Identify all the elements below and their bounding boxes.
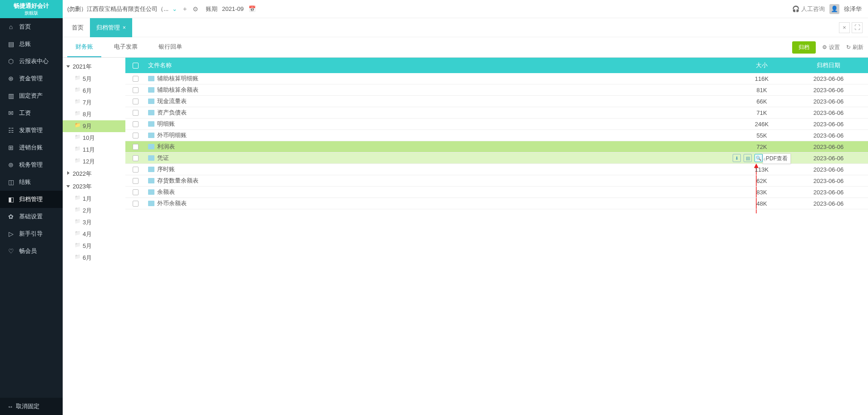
fullscreen-icon[interactable]: ⛶: [852, 22, 863, 33]
sidebar-item-1[interactable]: ▤总账: [0, 35, 63, 53]
tree-month[interactable]: 2月: [63, 205, 125, 217]
sidebar-icon: ◧: [7, 196, 15, 203]
tree-month[interactable]: 6月: [63, 252, 125, 264]
tree-month[interactable]: 7月: [63, 97, 125, 109]
file-name: 辅助核算余额表: [157, 86, 198, 94]
sidebar-item-10[interactable]: ◧归档管理: [0, 191, 63, 208]
file-size: 71K: [734, 109, 789, 116]
gear-icon[interactable]: ⚙: [193, 5, 198, 13]
sidebar-item-13[interactable]: ♡畅会员: [0, 242, 63, 260]
file-date: 2023-06-06: [789, 200, 868, 207]
archive-button[interactable]: 归档: [792, 41, 816, 54]
settings-link[interactable]: ⚙ 设置: [822, 44, 840, 51]
tree-month[interactable]: 1月: [63, 193, 125, 205]
table-row[interactable]: 外币明细账55K2023-06-06: [125, 130, 868, 141]
tree-year[interactable]: 2021年: [63, 60, 125, 73]
sidebar-item-7[interactable]: ⊞进销台账: [0, 139, 63, 156]
file-date: 2023-06-06: [789, 109, 868, 116]
sidebar-item-4[interactable]: ▥固定资产: [0, 87, 63, 104]
sidebar-icon: ▤: [7, 40, 15, 48]
table-row[interactable]: 明细账246K2023-06-06: [125, 119, 868, 130]
sidebar-item-11[interactable]: ✿基础设置: [0, 208, 63, 225]
sidebar-item-6[interactable]: ☷发票管理: [0, 122, 63, 139]
row-checkbox[interactable]: [133, 76, 139, 82]
row-checkbox[interactable]: [133, 201, 139, 207]
row-checkbox[interactable]: [133, 167, 139, 173]
tab-home[interactable]: 首页: [65, 18, 90, 37]
download-icon[interactable]: ⬇: [733, 154, 741, 162]
row-checkbox[interactable]: [133, 121, 139, 127]
header-right: 🎧 人工咨询 👤 徐泽华: [786, 4, 868, 14]
plus-icon[interactable]: ＋: [182, 5, 188, 13]
sidebar-label: 发票管理: [19, 126, 43, 134]
file-name: 余额表: [157, 188, 175, 196]
calendar-icon[interactable]: 📅: [248, 5, 256, 12]
tree-month[interactable]: 9月: [63, 120, 125, 132]
subtab-1[interactable]: 电子发票: [106, 37, 146, 57]
select-all-checkbox[interactable]: [133, 63, 139, 69]
consult-link[interactable]: 🎧 人工咨询: [792, 5, 825, 13]
tree-month[interactable]: 12月: [63, 156, 125, 168]
pdf-icon[interactable]: ▤: [744, 154, 752, 162]
file-name: 现金流量表: [157, 97, 187, 105]
file-size: 62K: [734, 178, 789, 184]
row-checkbox[interactable]: [133, 110, 139, 116]
tree-year[interactable]: 2022年: [63, 168, 125, 180]
tree-month[interactable]: 10月: [63, 132, 125, 144]
sidebar-item-8[interactable]: ⊚税务管理: [0, 156, 63, 173]
row-checkbox[interactable]: [133, 144, 139, 150]
sidebar-icon: ▷: [7, 230, 15, 237]
refresh-link[interactable]: ↻ 刷新: [846, 44, 863, 51]
file-date: 2023-06-06: [789, 87, 868, 94]
avatar-icon[interactable]: 👤: [829, 4, 839, 14]
subtab-0[interactable]: 财务账: [67, 37, 101, 57]
row-checkbox[interactable]: [133, 99, 139, 104]
content: 首页 归档管理 × × ⛶ 财务账电子发票银行回单 归档 ⚙ 设置 ↻ 刷新 2…: [63, 18, 868, 415]
close-icon[interactable]: ×: [123, 25, 126, 31]
sidebar-item-5[interactable]: ✉工资: [0, 104, 63, 122]
tree-month[interactable]: 8月: [63, 109, 125, 120]
file-size: 83K: [734, 189, 789, 196]
sidebar-item-2[interactable]: ⬡云报表中心: [0, 53, 63, 70]
tree-month[interactable]: 6月: [63, 85, 125, 97]
sidebar-item-9[interactable]: ◫结账: [0, 173, 63, 191]
folder-icon: [148, 99, 154, 104]
table-row[interactable]: 存货数量余额表62K2023-06-06: [125, 175, 868, 187]
table-row[interactable]: 利润表72K2023-06-06: [125, 141, 868, 153]
row-checkbox[interactable]: [133, 155, 139, 161]
logo-title: 畅捷通好会计: [14, 2, 49, 10]
table-row[interactable]: 凭证⬇▤🔍PDF查看53K2023-06-06: [125, 153, 868, 164]
sidebar-item-12[interactable]: ▷新手引导: [0, 225, 63, 242]
sidebar-label: 结账: [19, 178, 31, 186]
sidebar-footer[interactable]: ↔ 取消固定: [0, 398, 63, 415]
tree-month[interactable]: 3月: [63, 217, 125, 228]
tree-month[interactable]: 4月: [63, 228, 125, 240]
table-row[interactable]: 资产负债表71K2023-06-06: [125, 107, 868, 119]
sidebar-item-0[interactable]: ⌂首页: [0, 18, 63, 35]
table-row[interactable]: 外币余额表48K2023-06-06: [125, 198, 868, 209]
file-size: 55K: [734, 132, 789, 139]
close-all-icon[interactable]: ×: [839, 22, 850, 33]
row-checkbox[interactable]: [133, 178, 139, 184]
subtab-2[interactable]: 银行回单: [150, 37, 190, 57]
table-row[interactable]: 序时账113K2023-06-06: [125, 164, 868, 175]
table-row[interactable]: 余额表83K2023-06-06: [125, 187, 868, 198]
sidebar-label: 税务管理: [19, 161, 43, 169]
company-selector[interactable]: (勿删）江西葭宝精品有限责任公司（... ⌄: [67, 5, 177, 13]
tree-month[interactable]: 11月: [63, 144, 125, 156]
file-name: 外币明细账: [157, 131, 187, 139]
folder-icon: [148, 110, 154, 115]
file-date: 2023-06-06: [789, 143, 868, 150]
tree-month[interactable]: 5月: [63, 240, 125, 252]
row-checkbox[interactable]: [133, 133, 139, 138]
tab-archive[interactable]: 归档管理 ×: [90, 18, 132, 37]
table-row[interactable]: 现金流量表66K2023-06-06: [125, 96, 868, 107]
file-name: 辅助核算明细账: [157, 74, 198, 83]
row-checkbox[interactable]: [133, 189, 139, 195]
table-row[interactable]: 辅助核算余额表81K2023-06-06: [125, 84, 868, 96]
sidebar-item-3[interactable]: ⊛资金管理: [0, 70, 63, 87]
tree-month[interactable]: 5月: [63, 73, 125, 85]
table-row[interactable]: 辅助核算明细账116K2023-06-06: [125, 73, 868, 84]
row-checkbox[interactable]: [133, 87, 139, 93]
tree-year[interactable]: 2023年: [63, 180, 125, 193]
